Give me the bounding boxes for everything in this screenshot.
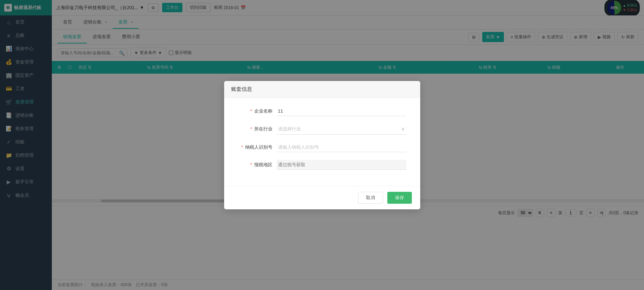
dialog: 账套信息 * 企业名称 * 所在行业 请选择行业 ∨ <box>224 81 420 209</box>
tax-region-input <box>277 160 406 170</box>
modal-overlay[interactable]: 账套信息 * 企业名称 * 所在行业 请选择行业 ∨ <box>0 0 644 290</box>
industry-placeholder: 请选择行业 <box>278 126 401 132</box>
dialog-footer: 取消 保存 <box>224 186 420 209</box>
dialog-body: * 企业名称 * 所在行业 请选择行业 ∨ * <box>224 98 420 186</box>
company-name-label: * 企业名称 <box>238 108 277 114</box>
dialog-title: 账套信息 <box>231 86 252 92</box>
industry-arrow-icon: ∨ <box>401 126 405 131</box>
taxid-label: * 纳税人识别号 <box>238 144 277 150</box>
save-button[interactable]: 保存 <box>387 192 412 204</box>
company-name-input[interactable] <box>277 106 406 116</box>
form-row-company: * 企业名称 <box>238 106 406 116</box>
dialog-header: 账套信息 <box>224 81 420 98</box>
form-row-region: * 报税地区 <box>238 160 406 170</box>
tax-id-input[interactable] <box>277 142 406 152</box>
form-row-taxid: * 纳税人识别号 <box>238 142 406 152</box>
cancel-button[interactable]: 取消 <box>358 192 383 204</box>
industry-label: * 所在行业 <box>238 126 277 132</box>
industry-select[interactable]: 请选择行业 ∨ <box>277 124 406 135</box>
region-label: * 报税地区 <box>238 162 277 168</box>
form-row-industry: * 所在行业 请选择行业 ∨ <box>238 124 406 135</box>
